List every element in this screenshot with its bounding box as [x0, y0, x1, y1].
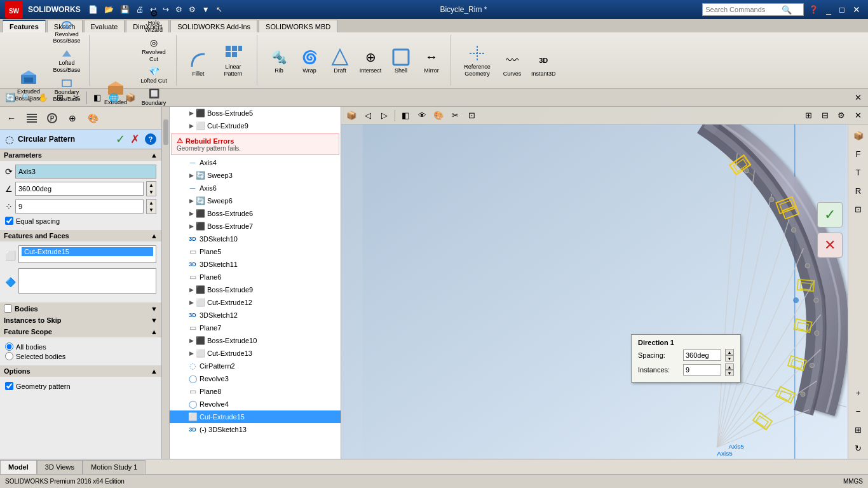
draft-button[interactable]: Draft	[326, 46, 354, 76]
tree-expand-boss7[interactable]: ▶	[187, 222, 195, 230]
hide-show-button[interactable]: 👁	[414, 108, 430, 123]
zoom-in-button[interactable]: +	[850, 384, 867, 401]
tree-boss-extrude10[interactable]: ▶ ⬛ Boss-Extrude10	[170, 334, 341, 347]
tree-3dsketch13[interactable]: 3D (-) 3DSketch13	[170, 423, 341, 436]
angle-down-button[interactable]: ▼	[147, 189, 156, 196]
rib-button[interactable]: 🔩 Rib	[265, 46, 293, 76]
instances-down-button[interactable]: ▼	[725, 370, 734, 376]
more-qa[interactable]: ▼	[200, 4, 212, 15]
vp-maximize-button[interactable]: ⊟	[817, 108, 832, 123]
search-box[interactable]: 🔍	[702, 3, 804, 16]
view-cube-button[interactable]: 📦	[850, 127, 867, 144]
fit-view-button[interactable]: ⊞	[850, 421, 867, 438]
tree-cut-extrude13[interactable]: ▶ ⬜ Cut-Extrude13	[170, 347, 341, 360]
tree-plane6[interactable]: ▭ Plane6	[170, 271, 341, 283]
property-manager-button[interactable]: P	[43, 109, 61, 127]
tree-sweep6[interactable]: ▶ 🔄 Sweep6	[170, 194, 341, 207]
count-up-button[interactable]: ▲	[147, 200, 156, 207]
tree-cut-extrude12[interactable]: ▶ ⬜ Cut-Extrude12	[170, 296, 341, 309]
tree-plane7[interactable]: ▭ Plane7	[170, 322, 341, 334]
parameters-header[interactable]: Parameters ▲	[0, 149, 161, 161]
tab-model[interactable]: Model	[0, 460, 37, 474]
instant3d-button[interactable]: 3D Instant3D	[529, 49, 559, 79]
view-focus-button[interactable]: ⊡	[464, 108, 479, 123]
config-manager-button[interactable]: ⊕	[64, 109, 81, 127]
tree-expand-cut12[interactable]: ▶	[187, 299, 195, 306]
tab-motion-study[interactable]: Motion Study 1	[83, 460, 146, 474]
lofted-cut-button[interactable]: 💎 Lofted Cut	[137, 64, 171, 85]
prev-view-button[interactable]: ◁	[360, 108, 376, 123]
view-orient-button[interactable]: 📦	[123, 90, 138, 105]
tree-boss-extrude6[interactable]: ▶ ⬛ Boss-Extrude6	[170, 207, 341, 220]
spacing-up-button[interactable]: ▲	[725, 349, 734, 355]
options-button[interactable]: ⚙	[186, 4, 198, 15]
tree-3dsketch12[interactable]: 3D 3DSketch12	[170, 309, 341, 322]
restore-button[interactable]: ◻	[836, 4, 848, 15]
iso-view-button[interactable]: ⊡	[850, 201, 867, 217]
display-style-button[interactable]: ◧	[90, 90, 105, 105]
axis-input[interactable]	[15, 165, 156, 179]
tree-3dsketch10[interactable]: 3D 3DSketch10	[170, 233, 341, 245]
front-view-button[interactable]: F	[850, 146, 867, 162]
scene-button[interactable]: 🌐	[106, 90, 121, 105]
intersect-button[interactable]: ⊕ Intersect	[356, 46, 384, 76]
tree-expand-boss10[interactable]: ▶	[187, 337, 195, 344]
hole-wizard-button[interactable]: ⚙ Hole Wizard	[137, 6, 171, 34]
cp-cancel-button[interactable]: ✗	[130, 132, 140, 146]
curves-button[interactable]: 〰 Curves	[498, 49, 526, 79]
select-tool[interactable]: ↖	[214, 4, 225, 15]
tree-expand-boss5[interactable]: ▶	[187, 109, 195, 117]
tree-axis6[interactable]: ─ Axis6	[170, 182, 341, 194]
tab-3dviews[interactable]: 3D Views	[37, 460, 83, 474]
tree-3dsketch11[interactable]: 3D 3DSketch11	[170, 258, 341, 271]
tree-expand-boss9[interactable]: ▶	[187, 286, 195, 294]
tree-sweep3[interactable]: ▶ 🔄 Sweep3	[170, 169, 341, 182]
bodies-header[interactable]: Bodies ▼	[0, 302, 161, 315]
tree-axis4[interactable]: ─ Axis4	[170, 156, 341, 169]
zoom-all-button[interactable]: ⊞	[52, 90, 67, 105]
wrap-button[interactable]: 🌀 Wrap	[295, 46, 323, 76]
section-view-button[interactable]: ✂	[447, 108, 463, 123]
tab-addins[interactable]: SOLIDWORKS Add-Ins	[170, 20, 257, 32]
tree-expand-boss6[interactable]: ▶	[187, 210, 195, 217]
fillet-button[interactable]: Fillet	[184, 49, 212, 79]
selected-bodies-radio[interactable]	[5, 352, 13, 360]
right-view-button[interactable]: R	[850, 182, 867, 199]
viewport[interactable]: 📦 ◁ ▷ ◧ 👁 🎨 ✂ ⊡ ⊞ ⊟ ⚙ ✕	[341, 107, 868, 459]
zoom-out-button[interactable]: −	[850, 403, 867, 419]
angle-up-button[interactable]: ▲	[147, 182, 156, 189]
tree-boss-extrude5[interactable]: ▶ ⬛ Boss-Extrude5	[170, 107, 341, 119]
linear-pattern-button[interactable]: Linear Pattern	[215, 42, 252, 79]
angle-input[interactable]	[15, 182, 144, 196]
instances-input[interactable]	[683, 364, 721, 376]
search-input[interactable]	[705, 6, 782, 13]
vp-close-button[interactable]: ✕	[850, 108, 865, 123]
vp-settings-button[interactable]: ⚙	[834, 108, 849, 123]
shell-button[interactable]: Shell	[387, 46, 415, 76]
features-faces-header[interactable]: Features and Faces ▲	[0, 230, 161, 241]
section-button[interactable]: ✂	[69, 90, 84, 105]
next-view-button[interactable]: ▷	[377, 108, 392, 123]
spacing-input[interactable]	[683, 349, 721, 361]
revolved-cut-button[interactable]: ◎ Revolved Cut	[137, 36, 171, 64]
zoom-button[interactable]: 🔍	[19, 90, 34, 105]
tree-expand-sweep6[interactable]: ▶	[187, 197, 195, 205]
spacing-down-button[interactable]: ▼	[725, 355, 734, 362]
viewport-cancel-button[interactable]: ✕	[817, 233, 843, 258]
tree-boss-extrude9[interactable]: ▶ ⬛ Boss-Extrude9	[170, 283, 341, 296]
rotate-cw-button[interactable]: ↻	[850, 440, 867, 456]
tree-revolve3[interactable]: ◯ Revolve3	[170, 372, 341, 385]
tree-plane5[interactable]: ▭ Plane5	[170, 245, 341, 258]
tree-plane8[interactable]: ▭ Plane8	[170, 385, 341, 398]
pan-button[interactable]: ✋	[36, 90, 51, 105]
display-manager-button[interactable]: 🎨	[84, 109, 102, 127]
count-down-button[interactable]: ▼	[147, 207, 156, 214]
view-orient-vp-button[interactable]: 📦	[344, 108, 359, 123]
tree-cut-extrude9[interactable]: ▶ ⬜ Cut-Extrude9	[170, 119, 341, 132]
ref-geometry-button[interactable]: Reference Geometry	[459, 42, 496, 79]
geometry-pattern-checkbox[interactable]	[5, 382, 13, 390]
instances-up-button[interactable]: ▲	[725, 363, 734, 370]
close-button[interactable]: ✕	[850, 3, 863, 16]
viewport-ok-button[interactable]: ✓	[817, 202, 843, 227]
rebuild-button[interactable]: ⚙	[173, 4, 185, 15]
